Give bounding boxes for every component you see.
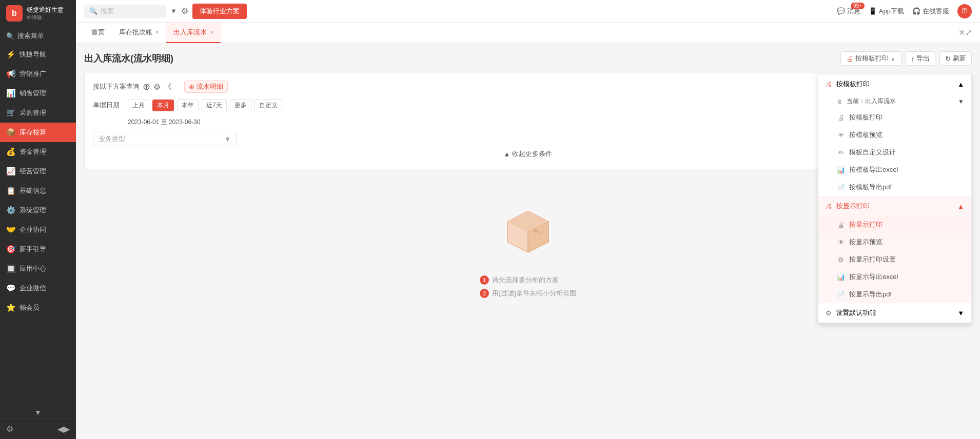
date-current-year-btn[interactable]: 本年 [177, 99, 199, 111]
date-custom-btn[interactable]: 自定义 [254, 99, 282, 111]
tab-inventory-flow[interactable]: 出入库流水 × [166, 23, 221, 43]
template-export-excel-item[interactable]: 📊 按模板导出excel [818, 161, 971, 178]
dropdown-footer[interactable]: ⚙ 设置默认功能 ▼ [818, 303, 971, 323]
display-print-section: 🖨 按显示打印 ▲ 🖨 按显示打印 👁 按显示预览 ⚙ 按显示打印设置 [818, 196, 971, 303]
sidebar-item-wecom[interactable]: 💬 企业微信 [0, 278, 76, 298]
export-icon: ↑ [911, 55, 915, 63]
step-1-text: 请先选择要分析的方案 [492, 275, 559, 285]
sub-filter-item-flow[interactable]: ⊕ 流水明细 [184, 81, 228, 93]
topbar-search-box[interactable]: 🔍 搜索 [84, 5, 166, 18]
export-button[interactable]: ↑ 导出 [906, 51, 936, 66]
sidebar-item-finance[interactable]: 💰 资金管理 [0, 142, 76, 162]
tab-inventory-flow-close[interactable]: × [210, 29, 213, 36]
pdf-icon: 📄 [837, 184, 845, 191]
user-avatar[interactable]: 用 [957, 4, 972, 18]
app-badge: 标准版 [27, 14, 64, 21]
topbar-settings-icon[interactable]: ⚙ [181, 6, 188, 16]
display-print-settings-item[interactable]: ⚙ 按显示打印设置 [818, 251, 971, 268]
display-preview-item[interactable]: 👁 按显示预览 [818, 233, 971, 251]
tab-close-all-button[interactable]: ✕ [958, 28, 965, 37]
filter-collapse-button[interactable]: 《 [164, 82, 172, 92]
notification-badge: 99+ [851, 3, 865, 9]
display-print-header[interactable]: 🖨 按显示打印 ▲ [818, 196, 971, 216]
template-print-header[interactable]: 🖨 按模板打印 ▲ [818, 74, 971, 94]
empty-step-1: 1 请先选择要分析的方案 [480, 275, 576, 285]
sidebar-item-guide[interactable]: 🎯 新手引导 [0, 240, 76, 259]
topbar: 🔍 搜索 ▼ ⚙ 体验行业方案 💬 消息 99+ 📱 App下载 🎧 在线客服 … [76, 0, 980, 23]
template-print-dropdown-toggle[interactable]: 🖨 按模板打印 ▲ [840, 51, 901, 66]
display-export-excel-label: 按显示导出excel [849, 272, 898, 282]
wecom-icon: 💬 [6, 284, 15, 293]
headset-icon: 🎧 [912, 7, 920, 15]
sidebar-item-sales[interactable]: 📊 销售管理 [0, 84, 76, 103]
display-print-item[interactable]: 🖨 按显示打印 [818, 216, 971, 233]
sidebar-item-collab[interactable]: 🤝 企业协同 [0, 220, 76, 240]
guide-icon: 🎯 [6, 245, 15, 254]
sidebar-item-inventory[interactable]: 📦 库存核算 [0, 123, 76, 142]
topbar-dropdown-icon[interactable]: ▼ [170, 7, 177, 15]
page-header-right: 🖨 按模板打印 ▲ ↑ 导出 ↻ 刷新 [840, 51, 972, 66]
sidebar-item-marketing[interactable]: 📢 营销推广 [0, 64, 76, 84]
template-print-section-label: 按模板打印 [836, 79, 870, 89]
tab-expand-button[interactable]: ⤢ [965, 28, 972, 37]
inventory-icon: 📦 [6, 128, 15, 137]
online-service-action[interactable]: 🎧 在线客服 [912, 7, 949, 16]
template-export-pdf-item[interactable]: 📄 按模板导出pdf [818, 178, 971, 196]
display-printer-icon: 🖨 [826, 203, 832, 210]
sidebar-item-ops[interactable]: 📈 经营管理 [0, 162, 76, 181]
topbar-search-icon: 🔍 [89, 7, 97, 15]
template-customize-item[interactable]: ✏ 模板自定义设计 [818, 144, 971, 161]
display-export-pdf-item[interactable]: 📄 按显示导出pdf [818, 286, 971, 303]
sidebar-item-member[interactable]: ⭐ 畅会员 [0, 298, 76, 317]
template-export-pdf-label: 按模板导出pdf [849, 183, 892, 192]
basic-icon: 📋 [6, 186, 15, 195]
date-more-btn[interactable]: 更多 [230, 99, 251, 111]
template-print-item[interactable]: 🖨 按模板打印 [818, 109, 971, 126]
display-export-pdf-label: 按显示导出pdf [849, 290, 892, 299]
tab-bar: 首页 库存批次账 × 出入库流水 × ✕ ⤢ [76, 23, 980, 43]
display-export-excel-item[interactable]: 📊 按显示导出excel [818, 268, 971, 286]
sidebar-item-purchase[interactable]: 🛒 采购管理 [0, 103, 76, 123]
tab-home[interactable]: 首页 [84, 23, 112, 43]
template-preview-item[interactable]: 👁 按模板预览 [818, 126, 971, 144]
notification-icon: 💬 [837, 7, 845, 15]
sidebar-item-app-center[interactable]: 🔲 应用中心 [0, 259, 76, 278]
display-preview-icon: 👁 [837, 238, 845, 246]
filter-title-label: 按以下方案查询 [93, 82, 140, 91]
sidebar-item-basic[interactable]: 📋 基础信息 [0, 181, 76, 201]
business-type-filter[interactable]: 业务类型 ▼ [93, 132, 237, 146]
online-service-label: 在线客服 [923, 7, 949, 16]
date-current-month-btn[interactable]: 本月 [152, 99, 174, 111]
footer-label: 设置默认功能 [836, 308, 876, 317]
settings-icon[interactable]: ⚙ [6, 424, 13, 434]
svg-point-5 [534, 229, 538, 233]
refresh-button[interactable]: ↻ 刷新 [939, 51, 972, 66]
current-template-arrow: ▼ [958, 98, 964, 105]
phone-icon: 📱 [869, 7, 877, 15]
sidebar-scroll-down[interactable]: ▼ [0, 406, 76, 418]
tab-inventory-flow-label: 出入库流水 [173, 28, 207, 37]
scroll-down-button[interactable]: ▼ [34, 408, 42, 416]
tab-inventory-batch-close[interactable]: × [155, 29, 159, 36]
app-download-label: App下载 [879, 7, 904, 16]
sidebar-search-menu[interactable]: 🔍 搜索菜单 [0, 27, 76, 45]
date-prev-month-btn[interactable]: 上月 [128, 99, 149, 111]
sidebar-item-quick-nav[interactable]: ⚡ 快捷导航 [0, 45, 76, 64]
template-print-section: 🖨 按模板打印 ▲ 🗎 当前：出入库流水 ▼ 🖨 按模板打印 👁 [818, 74, 971, 196]
svg-point-6 [539, 231, 542, 234]
ops-icon: 📈 [6, 167, 15, 176]
system-icon: ⚙️ [6, 206, 15, 215]
sidebar-item-system[interactable]: ⚙️ 系统管理 [0, 201, 76, 220]
trial-industry-button[interactable]: 体验行业方案 [192, 4, 247, 19]
notification-action[interactable]: 💬 消息 99+ [837, 7, 860, 16]
display-print-header-left: 🖨 按显示打印 [826, 202, 870, 211]
tab-inventory-batch[interactable]: 库存批次账 × [112, 23, 166, 43]
footer-arrow-icon: ▼ [957, 309, 964, 317]
app-download-action[interactable]: 📱 App下载 [869, 7, 904, 16]
collapse-sidebar-icon[interactable]: ◀▶ [57, 424, 70, 434]
filter-settings-button[interactable]: ⚙ [153, 82, 161, 92]
chevron-up-icon: ▲ [504, 150, 511, 158]
add-filter-button[interactable]: ⊕ [143, 81, 150, 92]
empty-steps: 1 请先选择要分析的方案 2 用[过滤]条件来缩小分析范围 [480, 275, 576, 302]
date-last-7-days-btn[interactable]: 近7天 [202, 99, 227, 111]
